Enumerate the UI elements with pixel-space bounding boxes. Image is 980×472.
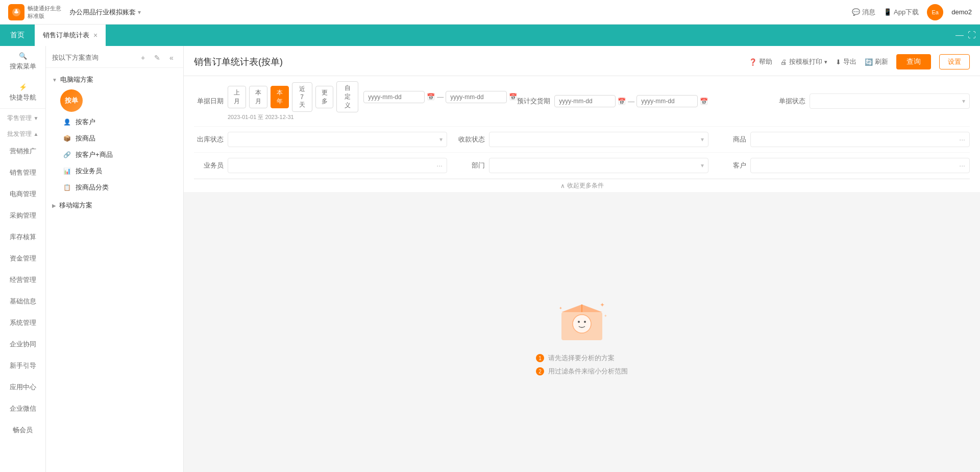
main-layout: 🔍 搜索菜单 ⚡ 快捷导航 零售管理 ▼ 批发管理 ▲ 营销推广 销售管理 电商…	[0, 46, 980, 472]
tabbar-actions: — ⛶	[955, 31, 980, 40]
date-btn-thismonth[interactable]: 本月	[249, 86, 267, 108]
tree-group-mobile-header[interactable]: ▶ 移动端方案	[46, 198, 183, 213]
date-btn-lastmonth[interactable]: 上月	[228, 86, 246, 108]
sidebar-search[interactable]: 🔍 搜索菜单	[0, 46, 45, 77]
scheme-by-customer-goods[interactable]: 🔗 按客户+商品	[46, 147, 183, 163]
sidebar-collab[interactable]: 企业协同	[0, 334, 45, 355]
svg-point-7	[584, 321, 586, 323]
sidebar-retail[interactable]: 零售管理 ▼	[0, 109, 45, 125]
filter-docstatus-col: 单据状态 ▾	[776, 93, 970, 109]
chevron-down-icon: ▾	[138, 9, 141, 16]
scheme-by-customer[interactable]: 👤 按客户	[46, 114, 183, 130]
pay-status-select[interactable]: ▾	[489, 132, 708, 147]
filter-ship-col: 出库状态 ▾	[194, 132, 447, 147]
ship-status-label: 出库状态	[194, 135, 224, 144]
sidebar-wechat[interactable]: 企业微信	[0, 398, 45, 419]
date-btn-more[interactable]: 更多	[315, 86, 334, 108]
chevron-up-icon: ∧	[560, 182, 565, 190]
customer-input[interactable]: ···	[750, 158, 970, 173]
maximize-icon[interactable]: ⛶	[968, 31, 976, 40]
minimize-icon[interactable]: —	[955, 31, 964, 40]
help-action[interactable]: ❓ 帮助	[749, 57, 772, 66]
sidebar-sales[interactable]: 销售管理	[0, 162, 45, 183]
expected-date-end[interactable]	[636, 95, 698, 107]
sidebar-newbie[interactable]: 新手引导	[0, 355, 45, 376]
svg-text:✦: ✦	[559, 306, 562, 311]
download-action[interactable]: 📱 App下载	[884, 8, 919, 17]
add-scheme-button[interactable]: +	[137, 52, 149, 63]
sidebar-ecom[interactable]: 电商管理	[0, 183, 45, 205]
sidebar-operation[interactable]: 经营管理	[0, 269, 45, 291]
expected-date-label: 预计交货期	[517, 97, 550, 106]
dept-select[interactable]: ▾	[489, 158, 708, 173]
sidebar-member[interactable]: 畅会员	[0, 419, 45, 441]
filter-pay-col: 收款状态 ▾	[455, 132, 708, 147]
filter-customer-col: 客户 ···	[717, 158, 970, 173]
scheme-by-salesperson[interactable]: 📊 按业务员	[46, 163, 183, 179]
tree-group-pc-header[interactable]: ▼ 电脑端方案	[46, 72, 183, 87]
scheme-by-order-badge[interactable]: 按单	[60, 89, 83, 112]
sidebar-appcenter[interactable]: 应用中心	[0, 376, 45, 398]
sidebar-wholesale[interactable]: 批发管理 ▲	[0, 125, 45, 140]
empty-hints: 1 请先选择要分析的方案 2 用过滤条件来缩小分析范围	[536, 353, 628, 380]
date-btn-7days[interactable]: 近7天	[292, 82, 312, 112]
message-icon: 💬	[852, 8, 860, 16]
left-panel-header: 按以下方案查询 + ✎ «	[46, 46, 183, 68]
ellipsis-icon: ···	[959, 135, 965, 144]
filter-dept-col: 部门 ▾	[455, 158, 708, 173]
username: demo2	[951, 8, 972, 16]
doc-status-label: 单据状态	[776, 97, 805, 106]
ship-status-select[interactable]: ▾	[228, 132, 447, 147]
tree-group-pc: ▼ 电脑端方案 按单 👤 按客户 📦 按商	[46, 72, 183, 196]
search-icon: 🔍	[19, 52, 27, 60]
page-actions: ❓ 帮助 🖨 按模板打印 ▾ ⬇ 导出 🔄 刷新	[749, 54, 970, 69]
tab-close-icon[interactable]: ×	[93, 32, 97, 39]
salesperson-label: 业务员	[194, 161, 224, 170]
tab-home[interactable]: 首页	[0, 25, 35, 46]
collapse-panel-button[interactable]: «	[166, 52, 177, 63]
expected-date-inputs: 📅 — 📅	[554, 95, 776, 107]
hint-2: 2 用过滤条件来缩小分析范围	[536, 367, 628, 376]
sidebar-marketing[interactable]: 营销推广	[0, 140, 45, 162]
goods-label: 商品	[717, 135, 746, 144]
doc-status-select[interactable]: ▾	[810, 93, 970, 109]
logo-icon	[8, 4, 24, 20]
goods-input[interactable]: ···	[750, 132, 970, 147]
export-action[interactable]: ⬇ 导出	[836, 57, 856, 66]
salesperson-input[interactable]: ···	[228, 158, 447, 173]
date-btn-thisyear[interactable]: 本年	[271, 86, 289, 108]
sidebar-purchase[interactable]: 采购管理	[0, 205, 45, 226]
collapse-filter-button[interactable]: ∧ 收起更多条件	[194, 179, 970, 192]
sidebar-system[interactable]: 系统管理	[0, 312, 45, 334]
expected-date-start[interactable]	[554, 95, 616, 107]
date-end-input[interactable]	[446, 91, 507, 103]
topbar-right: 💬 消息 📱 App下载 Ea demo2	[852, 4, 972, 20]
date-btn-custom[interactable]: 自定义	[336, 81, 358, 112]
scheme-by-goods-category[interactable]: 📋 按商品分类	[46, 179, 183, 196]
sidebar: 🔍 搜索菜单 ⚡ 快捷导航 零售管理 ▼ 批发管理 ▲ 营销推广 销售管理 电商…	[0, 46, 46, 472]
table-icon: 📋	[62, 183, 71, 192]
sidebar-inventory[interactable]: 库存核算	[0, 226, 45, 248]
sidebar-basic[interactable]: 基础信息	[0, 291, 45, 312]
settings-button[interactable]: 设置	[939, 54, 970, 69]
content-area: 按以下方案查询 + ✎ « ▼ 电脑端方案 按单	[46, 46, 980, 472]
date-start-input[interactable]	[363, 91, 425, 103]
logo-area: 畅捷通好生意 标准版	[8, 4, 61, 20]
query-button[interactable]: 查询	[896, 54, 931, 69]
refresh-action[interactable]: 🔄 刷新	[865, 57, 888, 66]
app-selector[interactable]: 办公用品行业模拟账套 ▾	[65, 6, 145, 19]
avatar[interactable]: Ea	[927, 4, 943, 20]
sidebar-finance[interactable]: 资金管理	[0, 248, 45, 269]
left-panel: 按以下方案查询 + ✎ « ▼ 电脑端方案 按单	[46, 46, 184, 472]
message-action[interactable]: 💬 消息	[852, 8, 875, 17]
scheme-by-goods[interactable]: 📦 按商品	[46, 130, 183, 147]
sidebar-quicknav[interactable]: ⚡ 快捷导航	[0, 77, 45, 108]
svg-point-6	[578, 321, 580, 323]
tab-active[interactable]: 销售订单统计表 ×	[35, 25, 106, 46]
print-action[interactable]: 🖨 按模板打印 ▾	[780, 57, 827, 66]
chevron-down-icon: ▼	[52, 77, 57, 83]
edit-scheme-button[interactable]: ✎	[152, 52, 163, 63]
export-icon: ⬇	[836, 58, 841, 66]
topbar: 畅捷通好生意 标准版 办公用品行业模拟账套 ▾ 💬 消息 📱 App下载 Ea …	[0, 0, 980, 25]
chevron-down-icon: ▾	[439, 136, 443, 143]
